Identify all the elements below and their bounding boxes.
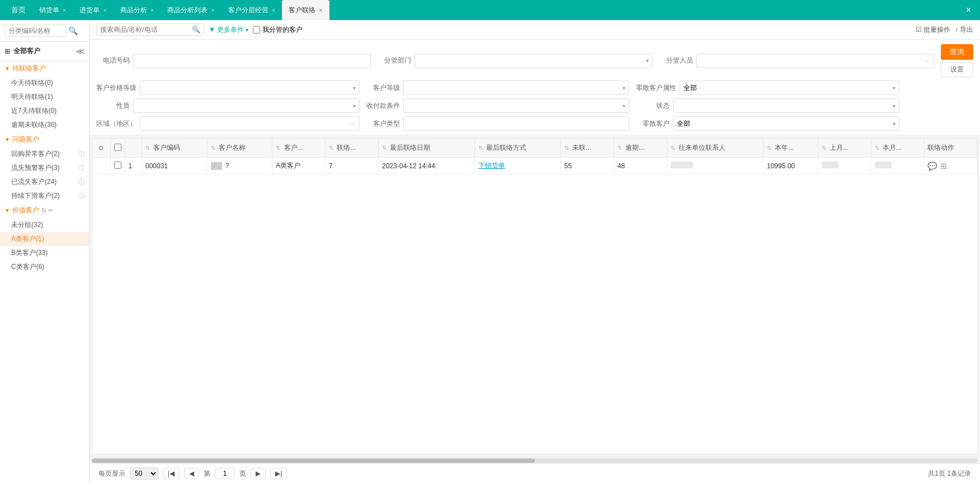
manage-dept-select[interactable]: ▾ — [414, 54, 652, 68]
sidebar-group-value-title[interactable]: ▼ 价值客户 ↻ ✏ — [0, 203, 89, 218]
customer-level-select[interactable]: ▾ — [403, 80, 630, 95]
batch-operation-btn[interactable]: ☑ 批量操作 — [916, 25, 950, 35]
refresh-icon[interactable]: ↻ — [41, 207, 46, 214]
nav-tab-analysis-list[interactable]: 商品分析列表 × — [161, 0, 221, 20]
scroll-thumb[interactable] — [92, 458, 535, 463]
col-last-contact-method[interactable]: ⇅ 最后联络方式 — [475, 139, 561, 158]
top-nav-right: × — [962, 5, 976, 15]
filter-more-btn[interactable]: ▼ 更多条件 ▾ — [209, 25, 248, 35]
scroll-track[interactable] — [92, 458, 978, 463]
region-select[interactable]: ··· — [140, 116, 360, 131]
row-checkbox-cell — [110, 158, 125, 174]
filter-field-nature: 性质 ▾ — [96, 98, 360, 113]
close-tab-analysis[interactable]: × — [150, 7, 154, 13]
col-customer-name[interactable]: ⇅ 客户名称 — [207, 139, 272, 158]
sidebar-item-class-b[interactable]: B类客户(33) — [0, 246, 89, 260]
col-contact-count[interactable]: ⇅ 联络... — [326, 139, 379, 158]
col-contact-person[interactable]: ⇅ 往来单位联系人 — [667, 139, 763, 158]
row-last-contact-date: 2023-04-12 14:44: — [379, 158, 475, 174]
last-page-btn[interactable]: ▶| — [270, 468, 287, 479]
row-this-year: 10995.00 — [763, 158, 818, 174]
nav-tab-customer-segment[interactable]: 客户分层经营 × — [222, 0, 282, 20]
nature-label: 性质 — [96, 101, 130, 111]
info-icon: ⓘ — [78, 150, 84, 158]
col-last-month[interactable]: ⇅ 上月... — [818, 139, 871, 158]
close-tab-analysis-list[interactable]: × — [211, 7, 214, 13]
my-customers-checkbox[interactable] — [253, 26, 260, 34]
col-this-month[interactable]: ⇅ 本月... — [871, 139, 924, 158]
status-label: 状态 — [636, 101, 670, 111]
nav-home[interactable]: 首页 — [4, 0, 32, 20]
nav-tab-sales[interactable]: 销货单 × — [32, 0, 73, 20]
nav-tab-purchase[interactable]: 进货单 × — [73, 0, 113, 20]
dots-icon-staff: ··· — [925, 57, 930, 65]
sidebar-group-problem-title[interactable]: ▼ 问题客户 — [0, 132, 89, 147]
col-this-year[interactable]: ⇅ 本年... — [763, 139, 818, 158]
per-page-select[interactable]: 50 100 — [130, 467, 158, 480]
chevron-down-icon-filter: ▾ — [246, 27, 248, 33]
sidebar-item-unclassified[interactable]: 未分组(32) — [0, 218, 89, 232]
current-page-input[interactable] — [215, 468, 235, 479]
close-tab-customer-segment[interactable]: × — [272, 7, 275, 13]
problem-group-label: 问题客户 — [12, 135, 39, 144]
sidebar-item-tomorrow[interactable]: 明天待联络(1) — [0, 90, 89, 104]
filter-field-customer-type: 客户类型 — [366, 116, 630, 131]
pay-condition-select[interactable]: ▾ — [403, 98, 630, 113]
search-input[interactable] — [100, 26, 190, 34]
row-checkbox[interactable] — [114, 162, 121, 169]
close-tab-customer-contact[interactable]: × — [319, 7, 322, 13]
query-button[interactable]: 查询 — [941, 44, 973, 60]
sidebar-item-today[interactable]: 今天待联络(0) — [0, 76, 89, 90]
nav-tab-customer-contact[interactable]: 客户联络 × — [282, 0, 329, 20]
select-all-checkbox[interactable] — [114, 144, 121, 151]
prev-page-btn[interactable]: ◀ — [184, 468, 199, 479]
sort-icon-lastmonth: ⇅ — [822, 145, 826, 151]
sidebar-item-class-c[interactable]: C类客户(6) — [0, 260, 89, 274]
col-uncontacted[interactable]: ⇅ 未联... — [560, 139, 614, 158]
export-icon: ↑ — [955, 26, 958, 34]
col-customer-type[interactable]: ⇅ 客户... — [272, 139, 326, 158]
close-tab-purchase[interactable]: × — [103, 7, 106, 13]
retail-customer-select[interactable]: 全部 ▾ — [673, 116, 899, 131]
chat-action-icon[interactable]: 💬 — [927, 162, 937, 171]
sidebar-item-declining[interactable]: 持续下滑客户(2) ⓘ — [0, 189, 89, 203]
sidebar-item-7days[interactable]: 近7天待联络(0) — [0, 104, 89, 118]
sidebar-search-input[interactable] — [4, 25, 66, 37]
customer-type-select[interactable] — [403, 116, 630, 131]
col-customer-code[interactable]: ⇅ 客户编码 — [142, 139, 207, 158]
edit-icon[interactable]: ✏ — [48, 207, 53, 214]
retail-attr-select[interactable]: 全部 ▾ — [680, 80, 899, 95]
sidebar-group-pending-title[interactable]: ▼ 待联络客户 — [0, 61, 89, 76]
sort-icon-year: ⇅ — [767, 145, 771, 151]
qr-action-icon[interactable]: ⊞ — [940, 162, 947, 171]
nature-select[interactable]: ▾ — [133, 98, 360, 113]
phone-input[interactable] — [133, 54, 371, 68]
contact-method-link[interactable]: 下销货单 — [478, 162, 505, 169]
sidebar-search-icon[interactable]: 🔍 — [68, 26, 78, 35]
nav-tab-analysis[interactable]: 商品分析 × — [114, 0, 161, 20]
sidebar-collapse-btn[interactable]: ≪ — [76, 47, 84, 56]
settings-button[interactable]: 设置 — [941, 62, 973, 77]
sidebar-item-overdue[interactable]: 逾期未联络(30) — [0, 118, 89, 132]
col-overdue[interactable]: ⇅ 逾期... — [614, 139, 667, 158]
col-last-contact-date[interactable]: ⇅ 最后联络日期 — [379, 139, 475, 158]
search-submit-icon[interactable]: 🔍 — [192, 26, 200, 34]
close-all-tabs[interactable]: × — [962, 5, 976, 15]
sort-icon-thismonth: ⇅ — [875, 145, 879, 151]
sidebar-item-churned[interactable]: 已流失客户(24) ⓘ — [0, 175, 89, 189]
sidebar-item-churn-warning[interactable]: 流失预警客户(3) ⓘ — [0, 161, 89, 175]
table-settings-icon[interactable]: ⚙ — [98, 144, 104, 152]
filter-row-4: 区域（地区） ··· 客户类型 零散客户 全部 ▾ — [96, 116, 973, 131]
export-btn[interactable]: ↑ 导出 — [955, 25, 973, 35]
close-tab-sales[interactable]: × — [63, 7, 66, 13]
manage-staff-select[interactable]: ··· — [696, 54, 934, 68]
price-level-select[interactable]: ▾ — [140, 80, 360, 95]
sidebar-item-repurchase-abnormal[interactable]: 回购异常客户(2) ⓘ — [0, 147, 89, 161]
row-uncontacted: 55 — [560, 158, 614, 174]
first-page-btn[interactable]: |◀ — [163, 468, 180, 479]
status-select[interactable]: ▾ — [673, 98, 899, 113]
my-customers-checkbox-wrap[interactable]: 我分管的客户 — [253, 25, 303, 35]
action-icons: 💬 ⊞ — [927, 162, 973, 171]
sidebar-item-class-a[interactable]: A类客户(1) — [0, 232, 89, 246]
next-page-btn[interactable]: ▶ — [251, 468, 266, 479]
